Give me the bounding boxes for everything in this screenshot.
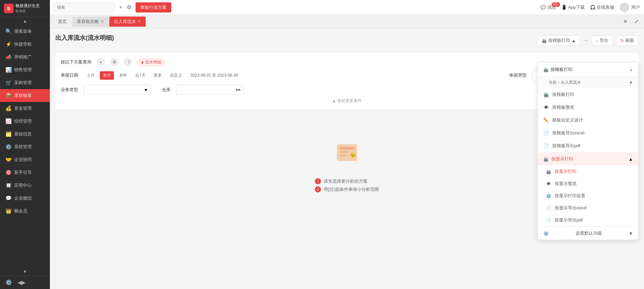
logo-text: 畅捷通好生意 标准版 bbox=[16, 3, 40, 14]
tab-inventory-flow[interactable]: 出入库流水 ✕ bbox=[109, 17, 146, 27]
headset-icon: 🎧 bbox=[590, 5, 595, 10]
message-badge[interactable]: 💬 消息 99+ bbox=[540, 4, 556, 10]
search-dropdown-icon[interactable]: ▼ bbox=[119, 5, 123, 10]
sidebar-item-label-sales: 销售管理 bbox=[14, 67, 32, 73]
sidebar-collapse-icon[interactable]: ◀▶ bbox=[18, 279, 26, 286]
trial-button[interactable]: 体验行业方案 bbox=[136, 2, 171, 12]
window-expand-button[interactable]: ⤢ bbox=[632, 18, 641, 25]
dropdown-collapse-arrow[interactable]: ▲ bbox=[629, 67, 633, 72]
dropdown-item-template-export-excel[interactable]: 📄 按模板导出excel bbox=[538, 127, 638, 139]
sidebar-item-inventory[interactable]: 📦 库存核算 bbox=[0, 89, 50, 102]
display-section-arrow[interactable]: ▲ bbox=[628, 157, 633, 162]
sidebar-scroll-up[interactable]: ▲ bbox=[0, 17, 50, 25]
user-menu[interactable]: 用户 bbox=[620, 3, 640, 12]
finance-icon: 💰 bbox=[5, 105, 11, 111]
dropdown-item-template-custom[interactable]: ✏️ 模板自定义设计 bbox=[538, 114, 638, 127]
export-button[interactable]: ↑ 导出 bbox=[592, 35, 613, 46]
dropdown-display-item-display-print-settings[interactable]: ⚙️ 按显示打印设置 bbox=[538, 190, 638, 202]
dropdown-display-section[interactable]: 🖨️ 按显示打印 ▲ bbox=[538, 153, 638, 165]
sidebar-item-finance[interactable]: 💰 资金管理 bbox=[0, 102, 50, 115]
sidebar-item-appcenter[interactable]: 🔲 应用中心 bbox=[0, 179, 50, 192]
display-print-settings-label: 按显示打印设置 bbox=[555, 193, 585, 199]
collapse-filter-button[interactable]: ▲ 收起更多条件 bbox=[332, 98, 362, 104]
sidebar-item-shortcut[interactable]: ⚡ 快捷导航 bbox=[0, 38, 50, 51]
sidebar-item-marketing[interactable]: 📣 营销推广 bbox=[0, 51, 50, 63]
footer-settings-icon: ⚙️ bbox=[543, 231, 549, 236]
dropdown-item-template-preview[interactable]: 👁️ 按模板预览 bbox=[538, 101, 638, 114]
sidebar-item-collab[interactable]: 🤝 企业协同 bbox=[0, 153, 50, 166]
user-name: 用户 bbox=[631, 4, 640, 10]
template-export-excel-icon: 📄 bbox=[543, 130, 549, 136]
filter-config-button[interactable]: ⚙ bbox=[110, 58, 118, 66]
dropdown-current: 当前：出入库流水 ▼ bbox=[538, 77, 638, 88]
tab-close-inventory-flow[interactable]: ✕ bbox=[138, 19, 141, 24]
dropdown-display-item-display-print[interactable]: 🖨️ 按显示打印 bbox=[538, 165, 638, 178]
export-icon: ↑ bbox=[596, 38, 598, 43]
online-service-link[interactable]: 🎧 在线客服 bbox=[590, 4, 614, 10]
dropdown-print-icon: 🖨️ bbox=[543, 67, 549, 72]
date-pill-本月[interactable]: 本月 bbox=[100, 71, 114, 80]
dropdown-display-item-display-export-excel[interactable]: 📄 按显示导出excel bbox=[538, 202, 638, 214]
print-template-button[interactable]: 🖨️ 按模板打印 ▲ bbox=[537, 35, 580, 46]
filter-collapse-left[interactable]: 《 bbox=[124, 58, 132, 66]
dropdown-display-item-display-export-pdf[interactable]: 📄 按显示导出pdf bbox=[538, 214, 638, 226]
shortcut-icon: ⚡ bbox=[5, 41, 11, 47]
dropdown-item-template-print[interactable]: 🖨️ 按模板打印 bbox=[538, 88, 638, 101]
tab-close-inventory-batch[interactable]: ✕ bbox=[101, 19, 104, 24]
sidebar-bottom: ⚙️ ◀▶ bbox=[0, 275, 50, 289]
tab-inventory-batch[interactable]: 库存批次账 ✕ bbox=[72, 17, 109, 27]
print-dropdown-arrow[interactable]: ▲ bbox=[572, 38, 576, 43]
sidebar-item-sales[interactable]: 📊 销售管理 bbox=[0, 63, 50, 76]
collab-icon: 🤝 bbox=[5, 157, 11, 163]
date-pill-近7天[interactable]: 近7天 bbox=[132, 71, 149, 80]
tab-home[interactable]: 首页 bbox=[53, 17, 71, 27]
sidebar-item-member[interactable]: 👑 畅会员 bbox=[0, 205, 50, 217]
sidebar-item-label-operation: 经营管理 bbox=[14, 118, 32, 124]
empty-steps: 1 请先选择要分析的方案 2 用[过滤]条件来缩小分析范围 bbox=[315, 178, 379, 192]
tabs-bar: 首页 库存批次账 ✕ 出入库流水 ✕ ✕ ⤢ bbox=[50, 15, 644, 28]
display-preview-label: 按显示预览 bbox=[555, 181, 577, 187]
display-preview-icon: 👁️ bbox=[546, 181, 551, 186]
date-pill-上月[interactable]: 上月 bbox=[84, 71, 98, 80]
sidebar-item-search[interactable]: 🔍 搜索菜单 bbox=[0, 25, 50, 38]
empty-illustration: 😊 bbox=[330, 134, 364, 174]
date-pill-自定义[interactable]: 自定义 bbox=[167, 71, 185, 80]
window-close-button[interactable]: ✕ bbox=[621, 18, 630, 25]
dropdown-footer[interactable]: ⚙️ 设置默认功能 ▼ bbox=[538, 227, 638, 240]
display-section-icon: 🖨️ bbox=[543, 157, 549, 162]
collapse-icon: ▲ bbox=[332, 99, 336, 103]
logo-icon: b bbox=[4, 4, 13, 13]
sidebar-item-operation[interactable]: 📈 经营管理 bbox=[0, 115, 50, 128]
app-download-link[interactable]: 📱 App下载 bbox=[561, 4, 585, 10]
refresh-button[interactable]: ↻ 刷新 bbox=[616, 35, 639, 46]
display-print-label: 按显示打印 bbox=[555, 168, 577, 175]
sidebar-item-guide[interactable]: 🎯 新手引导 bbox=[0, 166, 50, 179]
purchase-icon: 🛒 bbox=[5, 80, 11, 86]
member-icon: 👑 bbox=[5, 208, 11, 214]
warehouse-select[interactable]: ••• bbox=[176, 85, 243, 95]
date-pill-本年[interactable]: 本年 bbox=[116, 71, 130, 80]
sidebar-settings-icon[interactable]: ⚙️ bbox=[5, 279, 12, 286]
filter-tag-flow[interactable]: ● 流水明细 bbox=[137, 58, 165, 66]
date-pill-更多[interactable]: 更多 bbox=[151, 71, 165, 80]
dropdown-header: 🖨️ 按模板打印 ▲ bbox=[538, 62, 638, 77]
system-icon: ⚙️ bbox=[5, 144, 11, 150]
search-input[interactable] bbox=[54, 3, 115, 12]
dropdown-item-template-export-pdf[interactable]: 📄 按模板导出pdf bbox=[538, 139, 638, 152]
dropdown-current-arrow[interactable]: ▼ bbox=[629, 80, 633, 85]
sidebar-item-system[interactable]: ⚙️ 系统管理 bbox=[0, 140, 50, 153]
dropdown-display-item-display-preview[interactable]: 👁️ 按显示预览 bbox=[538, 178, 638, 190]
sidebar-scroll-down[interactable]: ▼ bbox=[0, 268, 50, 275]
guide-icon: 🎯 bbox=[5, 169, 11, 176]
window-controls: ✕ ⤢ bbox=[621, 18, 641, 25]
svg-rect-3 bbox=[340, 154, 346, 156]
template-preview-label: 按模板预览 bbox=[552, 104, 574, 110]
sidebar-item-wechat[interactable]: 💬 企业微信 bbox=[0, 192, 50, 205]
business-type-select[interactable]: ▼ bbox=[84, 85, 151, 95]
sidebar-item-purchase[interactable]: 🛒 采购管理 bbox=[0, 76, 50, 89]
filter-add-button[interactable]: + bbox=[97, 58, 105, 66]
sidebar-item-label-collab: 企业协同 bbox=[14, 157, 32, 163]
settings-gear-icon[interactable]: ⚙ bbox=[127, 4, 131, 10]
sidebar-item-base[interactable]: 🗂️ 基础信息 bbox=[0, 128, 50, 140]
toolbar-more-icon[interactable]: ••• bbox=[584, 38, 588, 43]
